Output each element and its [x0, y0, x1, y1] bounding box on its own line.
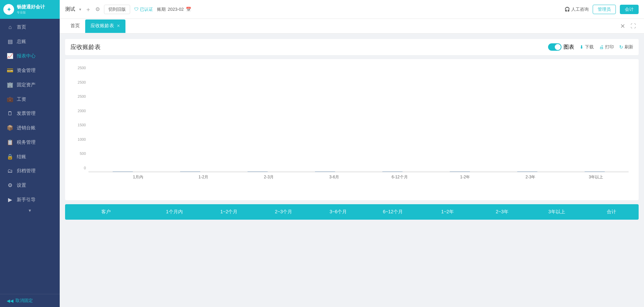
sidebar-scroll-down[interactable]: ▼ — [0, 207, 60, 214]
th-2-3month: 2~3个月 — [256, 209, 311, 215]
table-header: 客户 1个月内 1~2个月 2~3个月 3~6个月 6~12个月 1~2年 2~… — [65, 204, 639, 220]
download-icon: ⬇ — [580, 44, 584, 50]
toggle-knob — [555, 44, 561, 50]
bar-group-6-12month — [359, 171, 426, 172]
add-project-button[interactable]: ＋ — [85, 6, 91, 12]
calendar-icon[interactable]: 📅 — [186, 7, 191, 12]
app-name: 畅捷通好会计 — [17, 4, 45, 10]
sidebar-label-invoice: 发票管理 — [17, 111, 36, 117]
bar-group-1-2month — [156, 171, 224, 172]
y-label-2500-2: 2500 — [78, 80, 86, 84]
y-label-1500: 1500 — [78, 123, 86, 127]
th-1-2month: 1~2个月 — [202, 209, 256, 215]
refresh-label: 刷新 — [625, 44, 633, 50]
settings-button[interactable]: ⚙ — [95, 6, 100, 12]
project-dropdown-icon[interactable]: ▾ — [79, 7, 81, 12]
sidebar-item-tax[interactable]: 📋 税务管理 — [0, 135, 60, 149]
user-button[interactable]: 管理员 — [593, 5, 616, 14]
app-name-block: 畅捷通好会计 专业版 — [17, 4, 45, 15]
guide-icon: ▶ — [7, 196, 13, 203]
chart-toggle-label: 图表 — [564, 44, 574, 51]
tab-close-icon[interactable]: ✕ — [117, 24, 120, 28]
certified-badge: 🛡 已认证 — [134, 6, 153, 12]
sidebar-item-invoice[interactable]: 🗒 发票管理 — [0, 106, 60, 121]
sidebar-item-funds[interactable]: 💳 资金管理 — [0, 63, 60, 78]
app-edition: 专业版 — [17, 10, 45, 15]
sidebar-item-salary[interactable]: 💼 工资 — [0, 92, 60, 106]
switch-old-button[interactable]: 切到旧版 — [104, 5, 130, 14]
x-label-2-3year: 2-3年 — [498, 174, 563, 180]
sidebar-item-home[interactable]: ⌂ 首页 — [0, 20, 60, 34]
role-button[interactable]: 会计 — [620, 5, 639, 14]
download-button[interactable]: ⬇ 下载 — [580, 44, 594, 50]
th-2-3year: 2~3年 — [475, 209, 529, 215]
sidebar-label-inventory: 进销台账 — [17, 125, 36, 131]
y-label-0: 0 — [84, 166, 86, 170]
y-label-2500-top: 2500 — [78, 66, 86, 70]
unpin-button[interactable]: ◀◀ 取消固定 — [0, 294, 60, 307]
sidebar-label-salary: 工资 — [17, 96, 26, 102]
chart-toggle: 图表 — [548, 43, 574, 51]
project-name: 测试 — [65, 6, 75, 12]
th-total: 合计 — [584, 209, 639, 215]
refresh-icon: ↻ — [619, 44, 623, 50]
sidebar-logo: ✦ 畅捷通好会计 专业版 — [0, 0, 60, 19]
page-actions: 图表 ⬇ 下载 🖨 打印 ↻ 刷新 — [548, 43, 633, 51]
sidebar-item-inventory[interactable]: 📦 进销台账 — [0, 121, 60, 135]
bar-1month[interactable] — [113, 171, 133, 172]
expand-button[interactable]: ⛶ — [628, 23, 639, 29]
download-label: 下载 — [585, 44, 594, 50]
th-customer: 客户 — [65, 209, 147, 215]
content-area: 应收账龄表 图表 ⬇ 下载 🖨 打印 ↻ 刷新 — [60, 34, 644, 307]
chart-body: 1月内 1-2月 2-3月 3-6月 6-12个月 1-2年 2-3年 3年以上 — [89, 171, 629, 180]
tax-icon: 📋 — [7, 139, 13, 145]
y-label-2000: 2000 — [78, 109, 86, 113]
assets-icon: 🏢 — [7, 82, 13, 88]
chart-toggle-switch[interactable] — [548, 43, 561, 51]
y-label-1000: 1000 — [78, 137, 86, 141]
x-label-3yearplus: 3年以上 — [563, 174, 629, 180]
sidebar-item-ledger[interactable]: ▤ 总账 — [0, 34, 60, 49]
chart-x-labels: 1月内 1-2月 2-3月 3-6月 6-12个月 1-2年 2-3年 3年以上 — [89, 174, 629, 180]
bar-group-3yearplus — [561, 171, 629, 172]
main-area: 测试 ▾ ＋ ⚙ 切到旧版 🛡 已认证 账期 2023-02 📅 🎧 人工咨询 … — [60, 0, 644, 307]
sidebar-label-ledger: 总账 — [17, 39, 26, 45]
bar-1-2month[interactable] — [180, 171, 200, 172]
x-label-3-6month: 3-6月 — [302, 174, 367, 180]
bar-2-3month[interactable] — [248, 171, 268, 172]
app-logo-icon: ✦ — [3, 4, 14, 15]
bar-1-2year[interactable] — [450, 171, 470, 172]
chart-container: 2500 2500 2500 2000 1500 1000 500 0 — [65, 59, 639, 200]
th-3-6month: 3~6个月 — [311, 209, 366, 215]
tab-receivable-aging[interactable]: 应收账龄表 ✕ — [85, 19, 125, 33]
tab-home[interactable]: 首页 — [65, 19, 85, 33]
sidebar-item-assets[interactable]: 🏢 固定资产 — [0, 78, 60, 92]
page-title: 应收账龄表 — [70, 43, 101, 51]
bar-3-6month[interactable] — [315, 171, 335, 172]
close-accounts-icon: 🔒 — [7, 154, 13, 160]
sidebar-item-guide[interactable]: ▶ 新手引导 — [0, 192, 60, 207]
table-container: 客户 1个月内 1~2个月 2~3个月 3~6个月 6~12个月 1~2年 2~… — [65, 204, 639, 220]
settings-icon: ⚙ — [7, 182, 13, 188]
print-button[interactable]: 🖨 打印 — [599, 44, 614, 50]
sidebar-item-archive[interactable]: 🗂 归档管理 — [0, 164, 60, 178]
bar-2-3year[interactable] — [517, 171, 537, 172]
archive-icon: 🗂 — [7, 168, 13, 174]
unpin-icon: ◀◀ — [7, 298, 13, 303]
bar-3yearplus[interactable] — [585, 171, 605, 172]
bar-6-12month[interactable] — [382, 171, 402, 172]
period-value: 2023-02 — [168, 7, 184, 12]
x-label-2-3month: 2-3月 — [236, 174, 302, 180]
close-tab-button[interactable]: ✕ — [618, 23, 628, 30]
bar-group-1month — [89, 171, 156, 172]
bar-group-1-2year — [426, 171, 494, 172]
th-6-12month: 6~12个月 — [366, 209, 420, 215]
sidebar-label-assets: 固定资产 — [17, 82, 36, 88]
sidebar-item-close-accounts[interactable]: 🔒 结账 — [0, 149, 60, 164]
refresh-button[interactable]: ↻ 刷新 — [619, 44, 633, 50]
period-label: 账期 — [157, 6, 166, 12]
sidebar-item-settings[interactable]: ⚙ 设置 — [0, 178, 60, 192]
tab-current-label: 应收账龄表 — [91, 23, 114, 29]
sidebar-item-reports[interactable]: 📈 报表中心 — [0, 49, 60, 63]
support-button[interactable]: 🎧 人工咨询 — [565, 6, 589, 12]
